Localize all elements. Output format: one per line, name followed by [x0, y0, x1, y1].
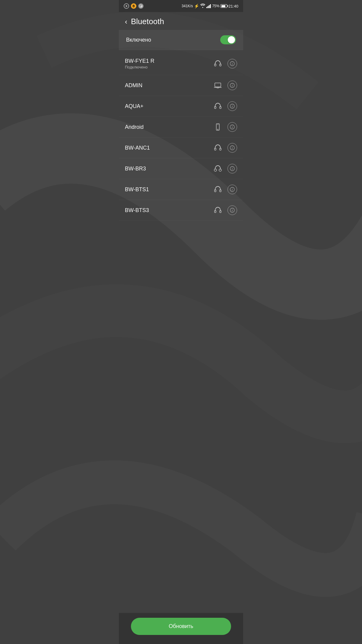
svg-point-16	[218, 129, 218, 130]
svg-point-23	[214, 169, 217, 171]
device-item[interactable]: Android i	[119, 117, 243, 138]
bluetooth-toggle-switch[interactable]	[220, 35, 236, 44]
device-info: BW-ANC1	[125, 145, 211, 151]
device-action-icons: i	[213, 59, 237, 68]
device-info: BW-BTS1	[125, 186, 211, 193]
wifi-icon	[200, 4, 205, 9]
page-title: Bluetooth	[131, 17, 164, 26]
svg-text:i: i	[232, 105, 233, 108]
device-name: BW-BTS3	[125, 207, 211, 214]
device-name: BW-BR3	[125, 166, 211, 172]
svg-point-24	[219, 169, 221, 171]
svg-text:⬤: ⬤	[140, 5, 143, 8]
back-button[interactable]: ‹	[125, 17, 127, 26]
device-type-icon[interactable]	[213, 122, 223, 132]
device-info: BW-BR3	[125, 166, 211, 172]
svg-text:i: i	[232, 188, 233, 191]
device-item[interactable]: BW-ANC1 i	[119, 138, 243, 158]
device-type-icon[interactable]	[213, 164, 223, 173]
svg-text:i: i	[232, 147, 233, 150]
bluetooth-content: Включено BW-FYE1 RПодключено iADMIN iAQU…	[119, 30, 243, 253]
device-item[interactable]: ADMIN i	[119, 75, 243, 96]
device-info-button[interactable]: i	[227, 185, 237, 194]
device-action-icons: i	[213, 143, 237, 153]
device-info-button[interactable]: i	[227, 205, 237, 215]
device-name: AQUA+	[125, 103, 211, 109]
page-header: ‹ Bluetooth	[119, 12, 243, 30]
device-name: Android	[125, 124, 211, 130]
coin-icon: B	[131, 3, 136, 9]
device-info: BW-BTS3	[125, 207, 211, 214]
status-right-info: 341K/s ⚡ 75% 21:40	[182, 4, 238, 9]
device-info: ADMIN	[125, 82, 211, 89]
device-info-button[interactable]: i	[227, 81, 237, 90]
device-name: BW-ANC1	[125, 145, 211, 151]
device-info-button[interactable]: i	[227, 101, 237, 111]
device-action-icons: i	[213, 205, 237, 215]
bluetooth-toggle-label: Включено	[126, 37, 151, 43]
device-name: BW-BTS1	[125, 186, 211, 193]
device-name: BW-FYE1 R	[125, 58, 211, 64]
device-info: BW-FYE1 RПодключено	[125, 58, 211, 69]
device-info-button[interactable]: i	[227, 164, 237, 173]
shield-icon: ⬤	[138, 3, 144, 9]
bluetooth-toggle-row: Включено	[119, 30, 243, 50]
svg-rect-7	[215, 83, 221, 87]
device-info-button[interactable]: i	[227, 122, 237, 132]
device-list: BW-FYE1 RПодключено iADMIN iAQUA+ iAndro…	[119, 50, 243, 223]
network-speed: 341K/s	[182, 4, 193, 8]
device-item[interactable]: AQUA+ i	[119, 96, 243, 117]
svg-text:i: i	[232, 62, 233, 65]
device-info-button[interactable]: i	[227, 59, 237, 68]
device-type-icon[interactable]	[213, 205, 223, 215]
battery-percent: 75%	[212, 4, 219, 8]
device-item[interactable]: BW-FYE1 RПодключено i	[119, 52, 243, 75]
svg-text:i: i	[232, 209, 233, 212]
svg-text:i: i	[232, 126, 233, 129]
device-info: AQUA+	[125, 103, 211, 109]
battery-icon	[221, 4, 227, 8]
device-type-icon[interactable]	[213, 143, 223, 153]
device-action-icons: i	[213, 185, 237, 194]
signal-bars	[206, 4, 211, 8]
status-left-icons: B ⬤	[124, 3, 144, 9]
status-time: 21:40	[228, 4, 238, 8]
device-type-icon[interactable]	[213, 101, 223, 111]
device-info-button[interactable]: i	[227, 143, 237, 153]
device-item[interactable]: BW-BR3 i	[119, 158, 243, 179]
device-item[interactable]: BW-BTS1 i	[119, 179, 243, 200]
svg-text:i: i	[232, 84, 233, 87]
device-type-icon[interactable]	[213, 81, 223, 90]
play-icon	[124, 3, 129, 9]
device-type-icon[interactable]	[213, 185, 223, 194]
device-action-icons: i	[213, 164, 237, 173]
status-bar: B ⬤ 341K/s ⚡ 75%	[119, 0, 243, 12]
svg-text:i: i	[232, 167, 233, 170]
device-info: Android	[125, 124, 211, 130]
device-action-icons: i	[213, 81, 237, 90]
device-item[interactable]: BW-BTS3 i	[119, 200, 243, 221]
device-type-icon[interactable]	[213, 59, 223, 68]
device-action-icons: i	[213, 122, 237, 132]
device-action-icons: i	[213, 101, 237, 111]
device-status: Подключено	[125, 65, 211, 69]
device-name: ADMIN	[125, 82, 211, 89]
bluetooth-status-icon: ⚡	[194, 4, 199, 8]
